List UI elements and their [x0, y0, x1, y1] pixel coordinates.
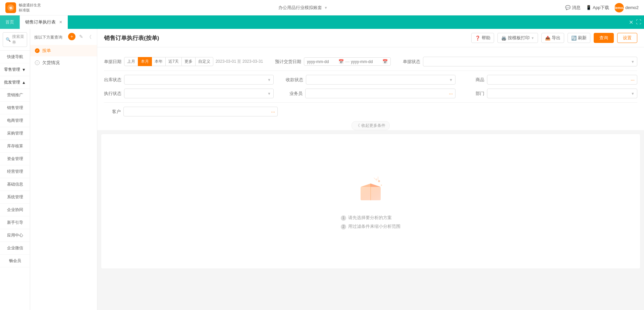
tab-home[interactable]: 首页: [0, 15, 20, 29]
sidebar-item-retail[interactable]: 零售管理 ▼: [0, 63, 30, 76]
top-right-actions: 💬 消息 📱 App下载 demo2 demo2: [565, 3, 639, 12]
goods-label: 商品: [468, 77, 484, 83]
refresh-btn[interactable]: 🔄 刷新: [568, 33, 590, 43]
collapse-row: 《 收起更多条件: [104, 119, 637, 130]
tab-close-icon[interactable]: ✕: [59, 20, 62, 24]
svg-text:畅: 畅: [9, 6, 12, 10]
dropdown-icon[interactable]: ▼: [324, 6, 328, 10]
svg-point-7: [381, 185, 382, 186]
sub-sidebar: 按以下方案查询 ＋ ✎ 《 ✓ 按单 ○ 欠货情况: [30, 29, 97, 310]
empty-illustration: [354, 172, 387, 205]
sidebar-item-shortcut[interactable]: 快捷导航: [0, 51, 30, 63]
app-logo-text: 畅捷通好生意 标准版: [19, 3, 41, 12]
edit-scheme-btn[interactable]: ✎: [77, 33, 85, 40]
print-icon: 🖨️: [501, 36, 506, 41]
nav-center[interactable]: 办公用品行业模拟账套 ▼: [278, 5, 328, 11]
user-profile-btn[interactable]: demo2 demo2: [614, 3, 639, 12]
salesperson-filter: 业务员 ···: [286, 89, 455, 98]
download-icon: 📱: [586, 5, 591, 10]
payment-status-filter: 收款状态 ▼: [286, 75, 455, 85]
add-scheme-btn[interactable]: ＋: [68, 33, 75, 40]
calendar-end-icon: 📅: [382, 59, 388, 64]
payment-status-select[interactable]: [306, 75, 455, 85]
sidebar-item-marketing[interactable]: 营销推广: [0, 89, 30, 102]
sidebar-item-business[interactable]: 经营管理: [0, 165, 30, 178]
out-status-label: 出库状态: [104, 77, 121, 83]
sidebar-item-newguide[interactable]: 新手引导: [0, 216, 30, 229]
date-tab-thismonth[interactable]: 本月: [138, 57, 152, 66]
sidebar-item-system[interactable]: 系统管理: [0, 191, 30, 204]
customer-label: 客户: [104, 109, 121, 115]
expected-date-label: 预计交货日期: [275, 59, 301, 65]
sidebar-item-ecommerce[interactable]: 电商管理: [0, 114, 30, 127]
sidebar-item-purchase[interactable]: 采购管理: [0, 127, 30, 140]
inactive-dot-icon: ○: [35, 60, 40, 65]
collapse-sidebar-btn[interactable]: 《: [86, 33, 93, 42]
app-logo-icon: 畅: [5, 2, 16, 13]
calendar-start-icon: 📅: [338, 59, 344, 64]
sub-nav-press-order[interactable]: ✓ 按单: [30, 45, 97, 56]
expected-date-end[interactable]: [351, 59, 381, 64]
tab-sales-order[interactable]: 销售订单执行表 ✕: [20, 15, 68, 29]
collapse-btn[interactable]: 《 收起更多条件: [352, 121, 390, 130]
sidebar-item-wholesale[interactable]: 批发管理 ▲: [0, 76, 30, 89]
filter-row-2: 出库状态 ▼ 收款状态: [104, 71, 637, 89]
date-tab-lastmonth[interactable]: 上月: [124, 57, 138, 66]
filter-row-3: 执行状态 ▼ 业务员 ···: [104, 89, 637, 103]
sub-nav-owe-goods[interactable]: ○ 欠货情况: [30, 57, 97, 68]
settings-btn[interactable]: 设置: [617, 33, 637, 43]
tab-sales-order-label: 销售订单执行表: [25, 19, 56, 25]
sidebar-item-finance[interactable]: 资金管理: [0, 153, 30, 165]
goods-more-icon[interactable]: ···: [631, 77, 635, 83]
tab-close-window-btn[interactable]: ✕: [629, 19, 633, 25]
export-btn[interactable]: 📤 导出: [541, 33, 564, 43]
date-tabs: 上月 本月 本年 近7天 更多 自定义: [124, 57, 213, 66]
print-btn[interactable]: 🖨️ 按模板打印 ▼: [497, 33, 538, 43]
main-layout: 🔍 搜索菜单 快捷导航 零售管理 ▼ 批发管理 ▲ 营销推广 销售管理 电商管理…: [0, 29, 644, 310]
refresh-icon: 🔄: [571, 36, 577, 41]
goods-input[interactable]: [487, 75, 637, 85]
out-status-select[interactable]: [124, 75, 274, 85]
expected-date-start[interactable]: [307, 59, 337, 64]
doc-status-select[interactable]: [423, 57, 637, 66]
tab-expand-btn[interactable]: ⛶: [636, 19, 641, 25]
date-label: 单据日期: [104, 59, 121, 65]
help-btn[interactable]: ❓ 帮助: [471, 33, 494, 43]
app-download-btn[interactable]: 📱 App下载: [586, 5, 609, 11]
active-dot-icon: ✓: [35, 48, 40, 53]
sidebar-search-area: 🔍 搜索菜单: [0, 29, 30, 51]
exec-status-select[interactable]: [124, 89, 274, 98]
svg-marker-4: [371, 184, 381, 187]
exec-status-label: 执行状态: [104, 91, 121, 97]
logo-area: 畅 畅捷通好生意 标准版: [5, 2, 41, 13]
sidebar-item-member[interactable]: 畅会员: [0, 255, 30, 267]
sidebar-item-cooperation[interactable]: 企业协同: [0, 204, 30, 216]
sidebar-item-sales[interactable]: 销售管理: [0, 102, 30, 114]
date-tab-custom[interactable]: 自定义: [195, 57, 213, 66]
date-tab-thisyear[interactable]: 本年: [152, 57, 166, 66]
sidebar-item-wechat[interactable]: 企业微信: [0, 242, 30, 255]
message-btn[interactable]: 💬 消息: [565, 5, 581, 11]
date-tab-more[interactable]: 更多: [181, 57, 196, 66]
sidebar-item-apps[interactable]: 应用中心: [0, 229, 30, 242]
date-tab-last7[interactable]: 近7天: [165, 57, 182, 66]
tab-home-label: 首页: [5, 19, 14, 25]
salesperson-more-icon[interactable]: ···: [449, 91, 453, 96]
customer-input[interactable]: [123, 107, 278, 116]
dept-select[interactable]: [487, 89, 637, 98]
sidebar-item-inventory[interactable]: 库存核算: [0, 140, 30, 153]
content-area: 按以下方案查询 ＋ ✎ 《 ✓ 按单 ○ 欠货情况 销售订单执行表(按单): [30, 29, 644, 310]
salesperson-input[interactable]: [305, 89, 455, 98]
exec-status-filter: 执行状态 ▼: [104, 89, 274, 98]
customer-more-icon[interactable]: ···: [271, 109, 275, 114]
avatar: demo2: [614, 3, 624, 12]
query-btn[interactable]: 查询: [594, 33, 614, 43]
sub-sidebar-actions: ＋ ✎ 《: [68, 33, 93, 42]
salesperson-label: 业务员: [286, 91, 303, 97]
message-icon: 💬: [565, 5, 571, 10]
svg-point-8: [376, 179, 377, 180]
print-dropdown-icon: ▼: [531, 36, 534, 40]
search-menu-btn[interactable]: 🔍 搜索菜单: [3, 32, 27, 47]
sidebar-item-basic[interactable]: 基础信息: [0, 178, 30, 191]
expected-date-group: 预计交货日期 📅 — 📅: [275, 57, 391, 66]
